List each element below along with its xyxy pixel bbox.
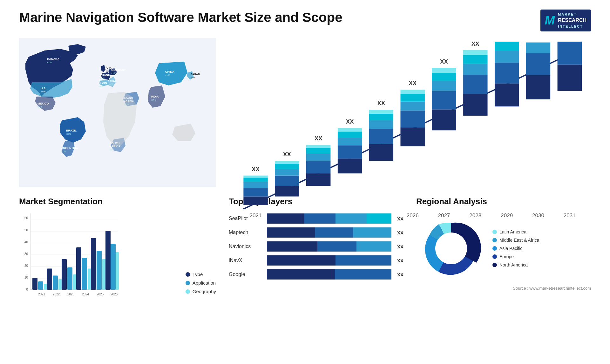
svg-text:MEXICO: MEXICO bbox=[37, 102, 49, 105]
svg-rect-121 bbox=[32, 278, 37, 290]
svg-text:2026: 2026 bbox=[407, 213, 419, 219]
svg-rect-92 bbox=[495, 63, 519, 84]
svg-text:xx%: xx% bbox=[100, 77, 105, 80]
player-name-google: Google bbox=[229, 272, 264, 277]
svg-text:50: 50 bbox=[24, 228, 28, 232]
svg-rect-103 bbox=[558, 42, 582, 64]
player-xx-google: XX bbox=[397, 272, 403, 277]
logo-area: M MARKET RESEARCH INTELLECT bbox=[540, 10, 591, 31]
svg-rect-74 bbox=[400, 90, 424, 94]
svg-rect-79 bbox=[432, 81, 456, 91]
svg-text:xx%: xx% bbox=[47, 61, 52, 64]
svg-text:2022: 2022 bbox=[53, 293, 60, 296]
logo-text: MARKET RESEARCH INTELLECT bbox=[558, 12, 586, 29]
svg-rect-142 bbox=[111, 244, 116, 290]
svg-text:INDIA: INDIA bbox=[151, 95, 159, 98]
svg-text:2021: 2021 bbox=[250, 213, 262, 219]
svg-text:2026: 2026 bbox=[111, 293, 118, 296]
reg-legend-eu: Europe bbox=[492, 254, 539, 259]
player-xx-inavx: XX bbox=[397, 258, 403, 263]
segmentation-title: Market Segmentation bbox=[19, 197, 216, 206]
seg-chart-wrapper: 0 10 20 30 40 50 60 bbox=[19, 210, 176, 300]
svg-text:CANADA: CANADA bbox=[47, 57, 59, 61]
svg-text:2028: 2028 bbox=[469, 213, 481, 219]
player-bar-google bbox=[267, 269, 391, 280]
svg-rect-99 bbox=[526, 43, 550, 53]
map-section: CANADA xx% U.S. xx% MEXICO xx% BRAZIL xx… bbox=[19, 38, 216, 190]
svg-text:40: 40 bbox=[24, 240, 28, 244]
bar-seg2 bbox=[336, 255, 391, 266]
svg-rect-59 bbox=[338, 131, 362, 138]
svg-rect-36 bbox=[243, 188, 268, 196]
svg-text:xx%: xx% bbox=[37, 105, 42, 108]
svg-text:XX: XX bbox=[377, 100, 385, 106]
main-grid: CANADA xx% U.S. xx% MEXICO xx% BRAZIL xx… bbox=[19, 38, 591, 193]
seg-chart-area: 0 10 20 30 40 50 60 bbox=[19, 210, 216, 300]
bar-seg2 bbox=[315, 227, 353, 238]
svg-text:xx%: xx% bbox=[109, 83, 113, 85]
player-bar-seapilot bbox=[267, 213, 391, 224]
player-bar-bg-navionics bbox=[267, 241, 391, 252]
player-bar-inavx bbox=[267, 255, 391, 266]
svg-text:xx%: xx% bbox=[191, 76, 195, 79]
bar-seg2 bbox=[335, 269, 391, 280]
page-container: Marine Navigation Software Market Size a… bbox=[0, 0, 610, 364]
svg-rect-77 bbox=[432, 110, 456, 131]
svg-rect-81 bbox=[432, 68, 456, 72]
segmentation-chart-svg: 0 10 20 30 40 50 60 bbox=[19, 210, 121, 299]
svg-rect-97 bbox=[526, 75, 550, 99]
application-dot bbox=[186, 281, 190, 285]
svg-text:ITALY: ITALY bbox=[109, 79, 117, 82]
svg-text:xx%: xx% bbox=[110, 148, 114, 151]
svg-rect-51 bbox=[306, 154, 330, 161]
bar-seg1 bbox=[267, 213, 304, 224]
seg-legend: Type Application Geography bbox=[186, 272, 216, 300]
svg-rect-93 bbox=[495, 51, 519, 63]
bar-seg1 bbox=[267, 269, 335, 280]
page-title: Marine Navigation Software Market Size a… bbox=[19, 10, 342, 25]
svg-rect-43 bbox=[275, 176, 299, 186]
bar-chart-svg: XX 2021 XX 2022 bbox=[235, 41, 591, 235]
svg-rect-64 bbox=[369, 129, 393, 144]
bar-seg1 bbox=[267, 241, 317, 252]
player-row-google: Google XX bbox=[229, 269, 403, 280]
player-bar-navionics bbox=[267, 241, 391, 252]
type-dot bbox=[186, 272, 190, 277]
svg-text:30: 30 bbox=[24, 252, 28, 256]
svg-rect-78 bbox=[432, 91, 456, 110]
svg-text:XX: XX bbox=[471, 41, 479, 47]
svg-rect-73 bbox=[400, 94, 424, 102]
svg-rect-35 bbox=[243, 197, 268, 205]
svg-text:2031: 2031 bbox=[564, 213, 576, 219]
legend-type: Type bbox=[186, 272, 216, 277]
svg-text:XX: XX bbox=[283, 151, 291, 158]
svg-text:ARGENTINA: ARGENTINA bbox=[61, 146, 78, 150]
player-name-inavx: iNavX bbox=[229, 258, 264, 263]
svg-text:2024: 2024 bbox=[82, 293, 89, 296]
svg-rect-143 bbox=[116, 252, 119, 290]
svg-text:xx%: xx% bbox=[61, 150, 66, 153]
logo-box: M MARKET RESEARCH INTELLECT bbox=[540, 10, 591, 31]
svg-rect-39 bbox=[243, 176, 268, 178]
svg-rect-85 bbox=[463, 75, 487, 94]
svg-rect-94 bbox=[495, 42, 519, 51]
bar-seg3 bbox=[353, 227, 391, 238]
svg-rect-137 bbox=[91, 238, 96, 290]
svg-rect-44 bbox=[275, 169, 299, 176]
svg-rect-52 bbox=[306, 148, 330, 154]
bar-seg1 bbox=[267, 255, 336, 266]
bar-seg1 bbox=[267, 227, 315, 238]
svg-text:JAPAN: JAPAN bbox=[191, 73, 200, 76]
svg-text:XX: XX bbox=[440, 58, 448, 65]
svg-text:xx%: xx% bbox=[165, 74, 170, 77]
player-bar-maptech bbox=[267, 227, 391, 238]
svg-rect-49 bbox=[306, 173, 330, 186]
svg-rect-45 bbox=[275, 164, 299, 169]
svg-rect-91 bbox=[495, 84, 519, 106]
svg-rect-86 bbox=[463, 64, 487, 75]
svg-rect-72 bbox=[400, 102, 424, 111]
svg-text:2030: 2030 bbox=[532, 213, 544, 219]
svg-rect-57 bbox=[338, 145, 362, 159]
reg-dot-na bbox=[492, 263, 497, 267]
svg-text:xx%: xx% bbox=[66, 132, 71, 135]
